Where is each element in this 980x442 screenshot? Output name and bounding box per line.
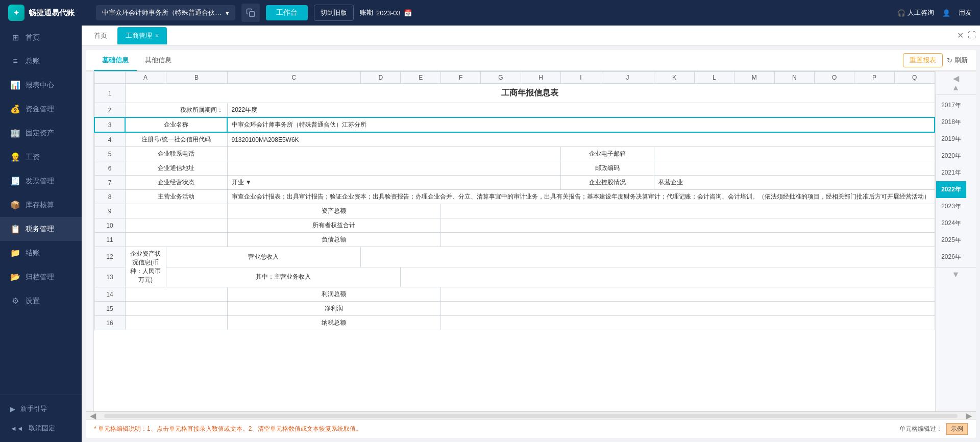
guide-icon: ▶	[10, 405, 15, 413]
col-header-C[interactable]: C	[227, 72, 361, 84]
sidebar-label-invoice: 发票管理	[26, 177, 54, 186]
col-header-J[interactable]: J	[601, 72, 654, 84]
col-header-P[interactable]: P	[854, 72, 894, 84]
sidebar-item-funds[interactable]: 💰 资金管理	[0, 97, 82, 121]
col-header-A[interactable]: A	[125, 72, 166, 84]
year-item-2017[interactable]: 2017年	[936, 97, 966, 114]
sub-tab-other[interactable]: 其他信息	[137, 51, 180, 71]
cell-4-value[interactable]: 91320100MA208E5W6K	[227, 132, 935, 147]
old-version-button[interactable]: 切到旧版	[314, 5, 354, 21]
scrollbar-track[interactable]	[104, 414, 958, 418]
year-panel-nav-top: ◀ ▲	[936, 71, 976, 95]
cell-7-status[interactable]: 开业 ▼	[227, 176, 561, 190]
sidebar-label-fixed-assets: 固定资产	[26, 129, 54, 138]
cell-7-holding[interactable]: 私营企业	[654, 176, 935, 190]
spreadsheet-main[interactable]: A B C D E F G H I J K L	[94, 71, 935, 411]
col-header-G[interactable]: G	[481, 72, 521, 84]
year-item-2018[interactable]: 2018年	[936, 114, 966, 131]
ai-consult-button[interactable]: 🎧 人工咨询	[897, 8, 934, 17]
col-header-N[interactable]: N	[774, 72, 814, 84]
calendar-icon[interactable]: 📅	[404, 9, 412, 17]
col-header-Q[interactable]: Q	[894, 72, 935, 84]
col-header-F[interactable]: F	[440, 72, 480, 84]
sidebar-item-close[interactable]: 📁 结账	[0, 241, 82, 265]
sub-tab-basic-label: 基础信息	[102, 56, 129, 64]
cell-16-value[interactable]	[440, 316, 935, 330]
sidebar-label-salary: 工资	[26, 153, 40, 162]
cell-12-value[interactable]	[361, 247, 935, 267]
copy-icon[interactable]	[241, 4, 260, 22]
reset-report-button[interactable]: 重置报表	[903, 53, 943, 67]
cell-6-val1[interactable]	[227, 161, 561, 176]
sidebar-item-salary[interactable]: 👷 工资	[0, 145, 82, 169]
collapse-left-icon[interactable]: ◀	[953, 73, 959, 83]
col-header-D[interactable]: D	[361, 72, 401, 84]
sidebar-item-fixed-assets[interactable]: 🏢 固定资产	[0, 121, 82, 145]
cell-1-title[interactable]: 工商年报信息表	[125, 84, 935, 103]
col-header-O[interactable]: O	[814, 72, 854, 84]
cell-15-value[interactable]	[440, 302, 935, 316]
sidebar-item-invoice[interactable]: 🧾 发票管理	[0, 169, 82, 193]
year-item-2023[interactable]: 2023年	[936, 198, 966, 215]
year-item-2025[interactable]: 2025年	[936, 232, 966, 249]
sidebar-item-reports[interactable]: 📊 报表中心	[0, 73, 82, 97]
close-window-icon[interactable]: ✕	[957, 31, 964, 40]
col-header-L[interactable]: L	[694, 72, 734, 84]
year-item-2019[interactable]: 2019年	[936, 131, 966, 148]
sidebar-item-ledger[interactable]: ≡ 总账	[0, 50, 82, 73]
expand-icon[interactable]: ⛶	[968, 31, 976, 40]
cell-2-value[interactable]: 2022年度	[227, 103, 935, 118]
year-item-2020[interactable]: 2020年	[936, 148, 966, 164]
cell-11-value[interactable]	[440, 233, 935, 247]
col-header-M[interactable]: M	[734, 72, 774, 84]
sidebar-item-guide[interactable]: ▶ 新手引导	[0, 399, 82, 419]
cell-15-empty[interactable]	[125, 302, 227, 316]
sub-tab-basic[interactable]: 基础信息	[94, 51, 137, 71]
year-item-2026[interactable]: 2026年	[936, 249, 966, 265]
cell-8-value[interactable]: 审查企业会计报表；出具审计报告；验证企业资本；出具验资报告；办理企业合并、分立、…	[227, 190, 935, 204]
col-header-E[interactable]: E	[401, 72, 440, 84]
account-period-value: 2023-03	[376, 9, 401, 17]
invoice-icon: 🧾	[10, 176, 20, 186]
col-header-K[interactable]: K	[654, 72, 694, 84]
cell-6-val2[interactable]	[654, 161, 935, 176]
cell-9-value[interactable]	[440, 204, 935, 218]
sidebar-item-tax[interactable]: 📋 税务管理	[0, 217, 82, 241]
sidebar-item-settings[interactable]: ⚙ 设置	[0, 289, 82, 313]
cell-14-value[interactable]	[440, 287, 935, 302]
cell-16-empty[interactable]	[125, 316, 227, 330]
cell-5-val2[interactable]	[654, 147, 935, 161]
cell-11-empty[interactable]	[125, 233, 227, 247]
tab-home[interactable]: 首页	[86, 27, 115, 44]
ai-consult-label: 人工咨询	[908, 8, 934, 17]
table-row: 4 注册号/统一社会信用代码 91320100MA208E5W6K	[94, 132, 935, 147]
tab-close-icon[interactable]: ×	[155, 32, 159, 39]
h-scroll[interactable]: ◀ ▶	[86, 411, 976, 420]
col-header-I[interactable]: I	[561, 72, 601, 84]
edited-label: 单元格编辑过：	[899, 425, 942, 433]
cell-14-empty[interactable]	[125, 287, 227, 302]
cell-10-empty[interactable]	[125, 218, 227, 233]
workbench-button[interactable]: 工作台	[266, 5, 308, 20]
sidebar-item-inventory[interactable]: 📦 库存核算	[0, 193, 82, 217]
sidebar-item-unpin[interactable]: ◄◄ 取消固定	[0, 419, 82, 438]
year-item-2022[interactable]: 2022年	[936, 181, 966, 198]
col-header-H[interactable]: H	[521, 72, 560, 84]
cell-9-empty[interactable]	[125, 204, 227, 218]
year-item-2021[interactable]: 2021年	[936, 164, 966, 181]
year-down-icon[interactable]: ▼	[936, 267, 976, 281]
cell-2-label: 税款所属期间：	[125, 103, 227, 118]
year-item-2024[interactable]: 2024年	[936, 215, 966, 232]
cell-5-val1[interactable]	[227, 147, 561, 161]
sidebar-item-home[interactable]: ⊞ 首页	[0, 26, 82, 50]
refresh-button[interactable]: ↻ 刷新	[947, 53, 968, 67]
cell-10-value[interactable]	[440, 218, 935, 233]
sidebar-item-archive[interactable]: 📂 归档管理	[0, 265, 82, 289]
col-header-B[interactable]: B	[166, 72, 227, 84]
year-up-icon[interactable]: ▲	[952, 83, 960, 92]
header-right: 🎧 人工咨询 👤 用友	[897, 8, 972, 17]
tab-commerce[interactable]: 工商管理 ×	[117, 27, 167, 44]
cell-13-value[interactable]	[401, 267, 935, 287]
company-selector[interactable]: 中审众环会计师事务所（特殊普通合伙… ▾	[96, 5, 235, 20]
cell-3-value[interactable]: 中审众环会计师事务所（特殊普通合伙）江苏分所	[227, 117, 935, 132]
